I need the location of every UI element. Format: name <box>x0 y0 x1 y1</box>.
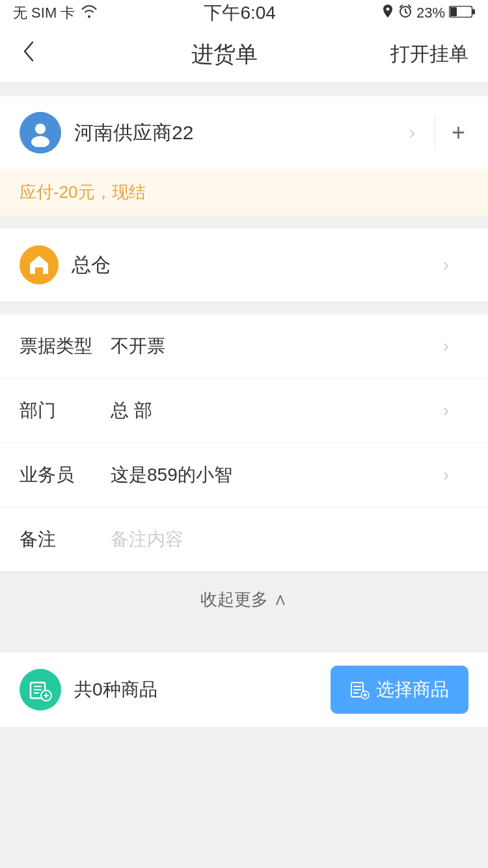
supplier-avatar <box>20 112 61 154</box>
nav-bar: 进货单 打开挂单 <box>0 26 488 83</box>
supplier-section: 河南供应商22 › + 应付-20元，现结 <box>0 96 488 215</box>
product-count: 共0种商品 <box>74 677 331 702</box>
remark-row[interactable]: 备注 备注内容 <box>0 508 488 572</box>
product-icon <box>20 669 61 711</box>
form-section: 票据类型 不开票 › 部门 总 部 › 业务员 这是859的小智 › 备注 备注… <box>0 314 488 627</box>
status-time: 下午6:04 <box>204 1 276 25</box>
supplier-name: 河南供应商22 <box>74 120 409 146</box>
notice-text: 应付-20元，现结 <box>20 182 146 202</box>
svg-point-5 <box>31 136 49 147</box>
product-section: 共0种商品 选择商品 <box>0 653 488 727</box>
select-product-button[interactable]: 选择商品 <box>331 666 468 714</box>
warehouse-chevron-icon: › <box>443 254 449 275</box>
ticket-type-label: 票据类型 <box>20 334 104 359</box>
svg-rect-2 <box>472 9 475 14</box>
select-product-icon <box>350 680 370 699</box>
department-row[interactable]: 部门 总 部 › <box>0 379 488 443</box>
status-left: 无 SIM 卡 <box>13 3 98 23</box>
section-gap-2 <box>0 627 488 640</box>
collapse-button[interactable]: 收起更多 ∧ <box>0 572 488 627</box>
salesperson-value: 这是859的小智 <box>104 463 443 487</box>
ticket-type-chevron-icon: › <box>443 336 449 357</box>
section-gap-1 <box>0 83 488 96</box>
supplier-row[interactable]: 河南供应商22 › + <box>0 96 488 169</box>
warehouse-icon <box>20 245 59 284</box>
notice-banner: 应付-20元，现结 <box>0 169 488 215</box>
supplier-chevron-icon: › <box>409 122 415 143</box>
ticket-type-value: 不开票 <box>104 334 443 359</box>
wifi-icon <box>80 4 98 22</box>
open-pending-button[interactable]: 打开挂单 <box>390 41 468 68</box>
status-bar: 无 SIM 卡 下午6:04 23% <box>0 0 488 26</box>
back-button[interactable] <box>20 37 59 72</box>
salesperson-label: 业务员 <box>20 463 104 487</box>
salesperson-row[interactable]: 业务员 这是859的小智 › <box>0 443 488 508</box>
department-chevron-icon: › <box>443 400 449 421</box>
location-icon <box>381 4 394 22</box>
warehouse-section: 总仓 › <box>0 228 488 301</box>
warehouse-name: 总仓 <box>72 252 443 278</box>
bottom-area <box>0 727 488 868</box>
battery-icon <box>449 5 475 21</box>
page-title: 进货单 <box>191 40 258 70</box>
salesperson-chevron-icon: › <box>443 465 449 485</box>
status-right: 23% <box>381 4 475 22</box>
remark-placeholder[interactable]: 备注内容 <box>104 527 468 552</box>
alarm-icon <box>398 4 413 22</box>
department-label: 部门 <box>20 398 104 423</box>
ticket-type-row[interactable]: 票据类型 不开票 › <box>0 314 488 379</box>
battery-text: 23% <box>416 5 445 21</box>
svg-point-4 <box>35 124 46 134</box>
carrier-text: 无 SIM 卡 <box>13 3 75 23</box>
add-supplier-button[interactable]: + <box>435 116 468 150</box>
warehouse-row[interactable]: 总仓 › <box>0 228 488 301</box>
remark-label: 备注 <box>20 527 104 552</box>
department-value: 总 部 <box>104 398 443 423</box>
select-product-label: 选择商品 <box>376 677 449 702</box>
svg-rect-3 <box>450 7 457 16</box>
